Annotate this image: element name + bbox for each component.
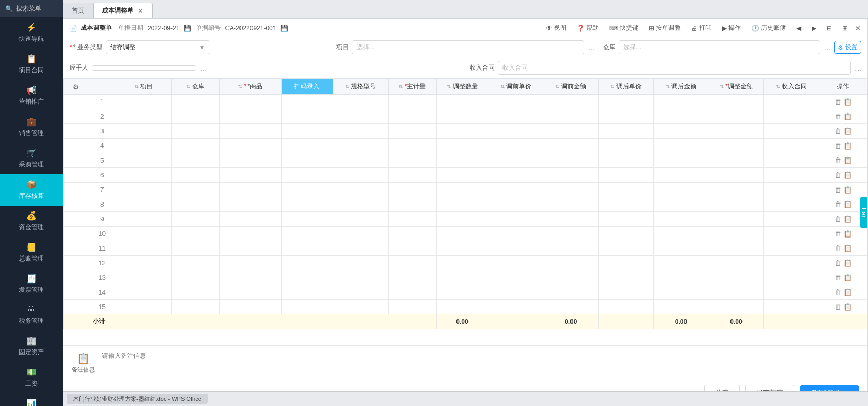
row-post-price-cell[interactable] [598, 183, 653, 197]
row-qty-cell[interactable] [437, 109, 488, 124]
row-product-cell[interactable] [219, 168, 281, 183]
row-product-cell[interactable] [219, 212, 281, 227]
row-post-price-cell[interactable] [598, 124, 653, 139]
row-scan-cell[interactable] [281, 300, 333, 314]
row-delete-icon[interactable]: 🗑 [835, 215, 841, 223]
row-pre-amt-cell[interactable] [543, 168, 598, 183]
tab-home[interactable]: 首页 [63, 3, 93, 18]
row-product-cell[interactable] [219, 124, 281, 139]
row-unit-cell[interactable] [388, 227, 436, 241]
row-post-price-cell[interactable] [598, 300, 653, 314]
row-post-amt-cell[interactable] [654, 285, 709, 300]
row-delete-icon[interactable]: 🗑 [835, 259, 841, 267]
row-project-cell[interactable] [116, 124, 171, 139]
row-product-cell[interactable] [219, 270, 281, 285]
row-scan-cell[interactable] [281, 139, 333, 153]
row-spec-cell[interactable] [333, 168, 388, 183]
row-project-cell[interactable] [116, 183, 171, 197]
col-header-post-amt[interactable]: ⇅ 调后金额 [654, 79, 709, 95]
row-post-amt-cell[interactable] [654, 183, 709, 197]
sidebar-item-operations-mgmt[interactable]: 📊 经营管理 [0, 393, 63, 406]
row-income-cell[interactable] [764, 124, 819, 139]
row-post-amt-cell[interactable] [654, 227, 709, 241]
row-post-price-cell[interactable] [598, 95, 653, 109]
row-post-price-cell[interactable] [598, 153, 653, 168]
nav-next-btn[interactable]: ▶ [808, 24, 819, 33]
row-pre-amt-cell[interactable] [543, 270, 598, 285]
row-adjust-amt-cell[interactable] [709, 227, 763, 241]
row-delete-icon[interactable]: 🗑 [835, 288, 841, 296]
sidebar-item-sales-mgmt[interactable]: 💼 销售管理 [0, 111, 63, 143]
row-post-price-cell[interactable] [598, 227, 653, 241]
row-pre-amt-cell[interactable] [543, 285, 598, 300]
row-scan-cell[interactable] [281, 153, 333, 168]
row-post-price-cell[interactable] [598, 212, 653, 227]
row-delete-icon[interactable]: 🗑 [835, 303, 841, 311]
sidebar-item-purchase-mgmt[interactable]: 🛒 采购管理 [0, 143, 63, 174]
settings-button[interactable]: ⚙ 设置 [834, 41, 861, 54]
row-warehouse-cell[interactable] [171, 285, 219, 300]
row-scan-cell[interactable] [281, 241, 333, 256]
row-adjust-amt-cell[interactable] [709, 109, 763, 124]
row-unit-cell[interactable] [388, 139, 436, 153]
row-qty-cell[interactable] [437, 183, 488, 197]
row-unit-cell[interactable] [388, 300, 436, 314]
row-adjust-amt-cell[interactable] [709, 153, 763, 168]
row-income-cell[interactable] [764, 168, 819, 183]
sidebar-item-sales-promotion[interactable]: 📢 营销推广 [0, 80, 63, 111]
tab-cost-adjust[interactable]: 成本调整单 ✕ [93, 3, 153, 18]
row-post-amt-cell[interactable] [654, 256, 709, 270]
row-copy-icon[interactable]: 📋 [843, 230, 852, 238]
row-unit-cell[interactable] [388, 270, 436, 285]
row-product-cell[interactable] [219, 183, 281, 197]
taskbar-item[interactable]: 木门行业好业财处理方案-墨红红.doc - WPS Office [67, 394, 208, 404]
row-qty-cell[interactable] [437, 270, 488, 285]
project-more-btn[interactable]: ... [588, 43, 595, 52]
row-copy-icon[interactable]: 📋 [843, 186, 852, 194]
row-post-price-cell[interactable] [598, 285, 653, 300]
row-post-amt-cell[interactable] [654, 168, 709, 183]
row-delete-icon[interactable]: 🗑 [835, 98, 841, 106]
row-post-amt-cell[interactable] [654, 212, 709, 227]
col-header-spec[interactable]: ⇅ 规格型号 [333, 79, 388, 95]
row-product-cell[interactable] [219, 256, 281, 270]
row-post-amt-cell[interactable] [654, 300, 709, 314]
row-unit-cell[interactable] [388, 124, 436, 139]
view-btn[interactable]: 👁 视图 [543, 22, 569, 33]
row-copy-icon[interactable]: 📋 [843, 112, 852, 120]
row-income-cell[interactable] [764, 139, 819, 153]
row-warehouse-cell[interactable] [171, 241, 219, 256]
row-warehouse-cell[interactable] [171, 183, 219, 197]
row-qty-cell[interactable] [437, 153, 488, 168]
row-adjust-amt-cell[interactable] [709, 270, 763, 285]
row-pre-price-cell[interactable] [488, 300, 543, 314]
print-btn[interactable]: 🖨 打印 [688, 22, 715, 33]
row-product-cell[interactable] [219, 300, 281, 314]
row-spec-cell[interactable] [333, 241, 388, 256]
tab-close-icon[interactable]: ✕ [136, 7, 144, 15]
row-qty-cell[interactable] [437, 256, 488, 270]
row-product-cell[interactable] [219, 95, 281, 109]
shortcut-btn[interactable]: ⌨ 快捷键 [606, 22, 642, 33]
row-spec-cell[interactable] [333, 270, 388, 285]
row-post-price-cell[interactable] [598, 256, 653, 270]
row-income-cell[interactable] [764, 285, 819, 300]
row-unit-cell[interactable] [388, 212, 436, 227]
row-pre-price-cell[interactable] [488, 153, 543, 168]
no-save-icon[interactable]: 💾 [280, 25, 288, 32]
row-project-cell[interactable] [116, 95, 171, 109]
row-pre-price-cell[interactable] [488, 285, 543, 300]
row-copy-icon[interactable]: 📋 [843, 171, 852, 179]
row-warehouse-cell[interactable] [171, 197, 219, 212]
row-unit-cell[interactable] [388, 153, 436, 168]
row-project-cell[interactable] [116, 197, 171, 212]
row-delete-icon[interactable]: 🗑 [835, 142, 841, 150]
row-project-cell[interactable] [116, 153, 171, 168]
row-pre-amt-cell[interactable] [543, 241, 598, 256]
row-pre-amt-cell[interactable] [543, 95, 598, 109]
row-spec-cell[interactable] [333, 109, 388, 124]
col-header-adjust-amt[interactable]: ⇅ *调整金额 [709, 79, 763, 95]
row-warehouse-cell[interactable] [171, 300, 219, 314]
row-post-amt-cell[interactable] [654, 153, 709, 168]
col-header-product[interactable]: ⇅ **商品 [219, 79, 281, 95]
